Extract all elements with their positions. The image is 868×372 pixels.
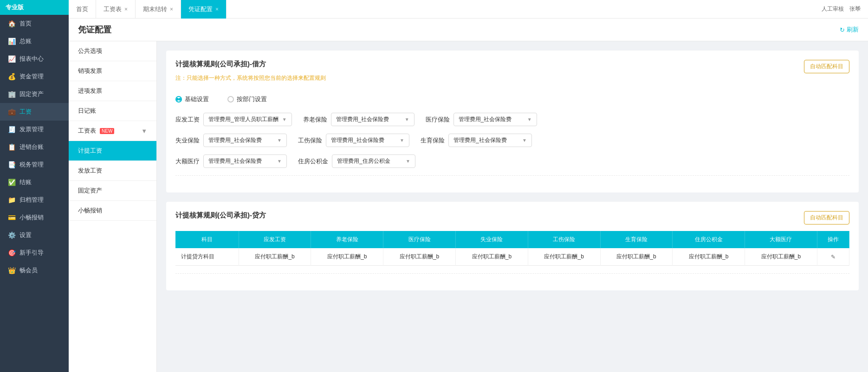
salary-icon: 💼	[7, 108, 16, 115]
daeyiliao-select[interactable]: 管理费用_社会保险费 ▼	[203, 154, 287, 168]
yiliao-select[interactable]: 管理费用_社会保险费 ▼	[453, 113, 537, 126]
col-shengyu: 生育保险	[600, 231, 673, 248]
vip-icon: 👑	[7, 267, 16, 274]
sidebar-item-guide[interactable]: 🎯 新手引导	[0, 244, 69, 262]
row-subject: 计提贷方科目	[175, 248, 239, 266]
sidebar-item-vip[interactable]: 👑 畅会员	[0, 262, 69, 279]
chevron-down-icon: ▼	[400, 138, 404, 143]
row-action[interactable]: ✎	[817, 248, 849, 266]
nav-public-options[interactable]: 公共选项	[69, 41, 156, 61]
sidebar-item-purchase-sales[interactable]: 📋 进销台账	[0, 138, 69, 156]
assets-icon: 🏢	[7, 90, 16, 98]
sidebar-item-fund-management[interactable]: 💰 资金管理	[0, 68, 69, 85]
zhufang-label: 住房公积金	[298, 157, 328, 166]
shiye-select[interactable]: 管理费用_社会保险费 ▼	[203, 134, 287, 147]
form-row-1: 应发工资 管理费用_管理人员职工薪酬 ▼ 养老保险 管理费用_社会保险费 ▼	[175, 113, 849, 126]
row-zhufang: 应付职工薪酬_b	[673, 248, 745, 266]
app-title: 专业版	[0, 0, 69, 15]
radio-group: 基础设置 按部门设置	[175, 95, 849, 103]
tab-salary-table[interactable]: 工资表 ×	[96, 0, 136, 19]
tab-period-end[interactable]: 期末结转 ×	[136, 0, 181, 19]
nav-pay-salary[interactable]: 发放工资	[69, 161, 156, 181]
sidebar-item-home[interactable]: 🏠 首页	[0, 15, 69, 32]
sidebar: 专业版 🏠 首页 📊 总账 📈 报表中心 💰 资金管理 🏢 固定资产 💼 工资 …	[0, 0, 69, 372]
form-row-2: 失业保险 管理费用_社会保险费 ▼ 工伤保险 管理费用_社会保险费 ▼	[175, 134, 849, 147]
auto-match-credit-button[interactable]: 自动匹配科目	[804, 211, 849, 224]
page-header: 凭证配置 ↻ 刷新	[69, 19, 868, 41]
field-shiye: 失业保险 管理费用_社会保险费 ▼	[175, 134, 287, 147]
gongshang-select[interactable]: 管理费用_社会保险费 ▼	[326, 134, 409, 147]
row-gongshang: 应付职工薪酬_b	[528, 248, 600, 266]
chevron-down-icon: ▼	[277, 159, 282, 164]
chevron-down-icon: ▼	[527, 117, 532, 122]
tab-close-voucher[interactable]: ×	[215, 6, 219, 13]
window-close-button[interactable]: ✕	[855, 4, 861, 13]
new-badge: NEW	[100, 128, 114, 134]
row-yingfa: 应付职工薪酬_b	[239, 248, 311, 266]
col-gongshang: 工伤保险	[528, 231, 600, 248]
field-yiliao: 医疗保险 管理费用_社会保险费 ▼	[426, 113, 537, 126]
sidebar-item-checkout[interactable]: ✅ 结账	[0, 173, 69, 191]
nav-journal[interactable]: 日记账	[69, 101, 156, 121]
shengyu-label: 生育保险	[421, 136, 445, 145]
chevron-down-icon: ▼	[141, 128, 147, 135]
sidebar-item-fixed-assets[interactable]: 🏢 固定资产	[0, 85, 69, 103]
zhufang-select[interactable]: 管理费用_住房公积金 ▼	[332, 154, 415, 168]
chevron-down-icon: ▼	[405, 117, 409, 122]
sidebar-item-salary[interactable]: 💼 工资	[0, 103, 69, 121]
main-content: 计提核算规则(公司承担)-借方 注：只能选择一种方式，系统将按照您当前的选择来配…	[157, 41, 868, 372]
section-debit: 计提核算规则(公司承担)-借方 注：只能选择一种方式，系统将按照您当前的选择来配…	[166, 51, 859, 192]
top-bar: 首页 工资表 × 期末结转 × 凭证配置 × 人工审核 张华 ✕	[69, 0, 868, 19]
sidebar-item-general-ledger[interactable]: 📊 总账	[0, 32, 69, 50]
nav-sales-invoice[interactable]: 销项发票	[69, 61, 156, 81]
sidebar-item-settings[interactable]: ⚙️ 设置	[0, 226, 69, 244]
tax-icon: 📑	[7, 161, 16, 168]
home-icon: 🏠	[7, 20, 16, 27]
shengyu-select[interactable]: 管理费用_社会保险费 ▼	[448, 134, 532, 147]
gongshang-label: 工伤保险	[298, 136, 322, 145]
tab-home[interactable]: 首页	[69, 0, 96, 19]
chevron-down-icon: ▼	[522, 138, 527, 143]
expense-icon: 💳	[7, 214, 16, 221]
radio-dept-label: 按部门设置	[237, 95, 267, 103]
row-daeyiliao: 应付职工薪酬_b	[745, 248, 817, 266]
row-shiye: 应付职工薪酬_b	[456, 248, 528, 266]
sidebar-item-report-center[interactable]: 📈 报表中心	[0, 50, 69, 68]
sidebar-item-invoice[interactable]: 🧾 发票管理	[0, 121, 69, 138]
credit-table: 科目 应发工资 养老保险 医疗保险 失业保险 工伤保险 生育保险 住房公积金 大…	[175, 231, 849, 266]
tab-close-salary[interactable]: ×	[124, 6, 128, 13]
fund-icon: 💰	[7, 73, 16, 80]
refresh-icon: ↻	[840, 26, 845, 33]
auto-match-debit-button[interactable]: 自动匹配科目	[804, 60, 849, 73]
section1-note: 注：只能选择一种方式，系统将按照您当前的选择来配置规则	[175, 74, 326, 82]
edit-icon[interactable]: ✎	[831, 254, 836, 260]
radio-basic[interactable]: 基础设置	[175, 95, 209, 103]
tab-voucher-config[interactable]: 凭证配置 ×	[181, 0, 227, 19]
row-shengyu: 应付职工薪酬_b	[600, 248, 673, 266]
sidebar-item-expense[interactable]: 💳 小畅报销	[0, 209, 69, 226]
sidebar-item-tax[interactable]: 📑 税务管理	[0, 156, 69, 173]
yingfa-select[interactable]: 管理费用_管理人员职工薪酬 ▼	[203, 113, 292, 126]
section1-title: 计提核算规则(公司承担)-借方	[175, 60, 326, 69]
nav-xiaochang-expense[interactable]: 小畅报销	[69, 201, 156, 221]
nav-salary-table[interactable]: 工资表 NEW ▼	[69, 121, 156, 141]
settings-icon: ⚙️	[7, 231, 16, 239]
field-yingfa: 应发工资 管理费用_管理人员职工薪酬 ▼	[175, 113, 292, 126]
refresh-button[interactable]: ↻ 刷新	[840, 26, 859, 34]
tab-close-period[interactable]: ×	[170, 6, 173, 13]
section2-header-row: 计提核算规则(公司承担)-贷方 自动匹配科目	[175, 211, 849, 225]
field-yanglao: 养老保险 管理费用_社会保险费 ▼	[303, 113, 415, 126]
content-wrapper: 公共选项 销项发票 进项发票 日记账 工资表 NEW ▼ 计提工资	[69, 41, 868, 372]
enterprise-label: 人工审核	[822, 5, 844, 13]
yanglao-select[interactable]: 管理费用_社会保险费 ▼	[331, 113, 415, 126]
nav-accrual-salary[interactable]: 计提工资	[69, 141, 156, 161]
section2-title: 计提核算规则(公司承担)-贷方	[175, 211, 266, 220]
sidebar-item-archive[interactable]: 📁 归档管理	[0, 191, 69, 209]
purchase-icon: 📋	[7, 143, 16, 151]
nav-purchase-invoice[interactable]: 进项发票	[69, 81, 156, 101]
nav-fixed-assets[interactable]: 固定资产	[69, 181, 156, 201]
section1-divider	[175, 175, 849, 176]
col-yanglao: 养老保险	[311, 231, 383, 248]
radio-by-dept[interactable]: 按部门设置	[227, 95, 267, 103]
section-credit: 计提核算规则(公司承担)-贷方 自动匹配科目 科目 应发工资 养老保险 医疗保险…	[166, 202, 859, 290]
